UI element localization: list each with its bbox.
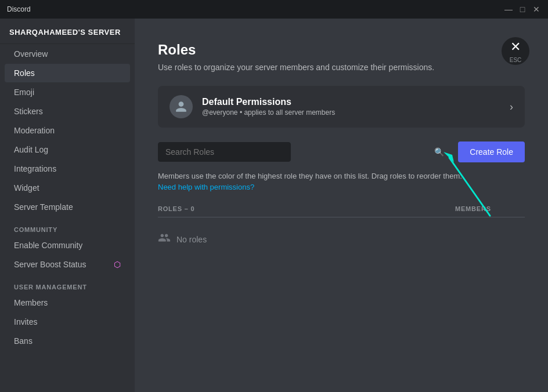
app-title: Discord bbox=[7, 5, 31, 13]
main-content: ✕ ESC Roles Use roles to organize your s… bbox=[135, 19, 548, 392]
section-label-user-management: USER MANAGEMENT bbox=[0, 274, 135, 293]
default-permissions-info: Default Permissions @everyone • applies … bbox=[202, 97, 335, 117]
close-x-icon: ✕ bbox=[510, 39, 521, 55]
sidebar-item-widget[interactable]: Widget bbox=[5, 179, 130, 197]
sidebar: SHARQAHAMEED'S SERVER Overview Roles Emo… bbox=[0, 19, 135, 392]
default-permissions-subtitle: @everyone • applies to all server member… bbox=[202, 108, 335, 117]
roles-table-header: ROLES – 0 MEMBERS bbox=[158, 205, 525, 217]
default-permissions-title: Default Permissions bbox=[202, 97, 335, 107]
no-roles-row: No roles bbox=[158, 222, 525, 256]
sidebar-item-bans[interactable]: Bans bbox=[5, 332, 130, 350]
sidebar-item-overview[interactable]: Overview bbox=[5, 45, 130, 63]
title-bar: Discord — □ ✕ bbox=[0, 0, 548, 19]
close-button[interactable]: ✕ bbox=[532, 5, 541, 14]
page-subtitle: Use roles to organize your server member… bbox=[158, 63, 525, 72]
sidebar-item-emoji[interactable]: Emoji bbox=[5, 83, 130, 101]
default-permissions-avatar bbox=[170, 95, 193, 118]
esc-label: ESC bbox=[510, 57, 522, 63]
window-controls: — □ ✕ bbox=[504, 5, 541, 14]
roles-col-header: ROLES – 0 bbox=[158, 205, 455, 212]
sidebar-item-invites[interactable]: Invites bbox=[5, 313, 130, 331]
members-col-header: MEMBERS bbox=[455, 205, 525, 212]
close-esc-button[interactable]: ✕ ESC bbox=[502, 37, 529, 65]
no-roles-text: No roles bbox=[176, 235, 207, 244]
sidebar-item-stickers[interactable]: Stickers bbox=[5, 102, 130, 121]
info-text: Members use the color of the highest rol… bbox=[158, 172, 525, 180]
section-label-community: COMMUNITY bbox=[0, 217, 135, 235]
sidebar-item-integrations[interactable]: Integrations bbox=[5, 159, 130, 178]
chevron-right-icon: › bbox=[510, 101, 513, 113]
sidebar-item-members[interactable]: Members bbox=[5, 293, 130, 312]
search-input[interactable] bbox=[158, 142, 291, 162]
search-icon: 🔍 bbox=[434, 147, 444, 157]
maximize-button[interactable]: □ bbox=[518, 5, 527, 14]
page-title: Roles bbox=[158, 42, 525, 58]
no-roles-icon bbox=[158, 231, 171, 247]
sidebar-item-roles[interactable]: Roles bbox=[5, 64, 130, 82]
help-permissions-link[interactable]: Need help with permissions? bbox=[158, 183, 525, 191]
sidebar-item-enable-community[interactable]: Enable Community bbox=[5, 236, 130, 255]
search-wrapper: 🔍 bbox=[158, 142, 451, 162]
app-body: SHARQAHAMEED'S SERVER Overview Roles Emo… bbox=[0, 19, 548, 392]
sidebar-item-server-boost-status[interactable]: Server Boost Status ⬡ bbox=[5, 255, 130, 274]
create-role-button[interactable]: Create Role bbox=[458, 141, 525, 162]
search-and-create-row: 🔍 Create Role bbox=[158, 141, 525, 162]
boost-icon: ⬡ bbox=[114, 260, 121, 269]
server-name: SHARQAHAMEED'S SERVER bbox=[0, 19, 135, 44]
sidebar-item-server-template[interactable]: Server Template bbox=[5, 198, 130, 216]
default-permissions-card[interactable]: Default Permissions @everyone • applies … bbox=[158, 86, 525, 128]
minimize-button[interactable]: — bbox=[504, 5, 513, 14]
sidebar-item-audit-log[interactable]: Audit Log bbox=[5, 140, 130, 159]
sidebar-item-moderation[interactable]: Moderation bbox=[5, 121, 130, 140]
default-permissions-left: Default Permissions @everyone • applies … bbox=[170, 95, 335, 118]
